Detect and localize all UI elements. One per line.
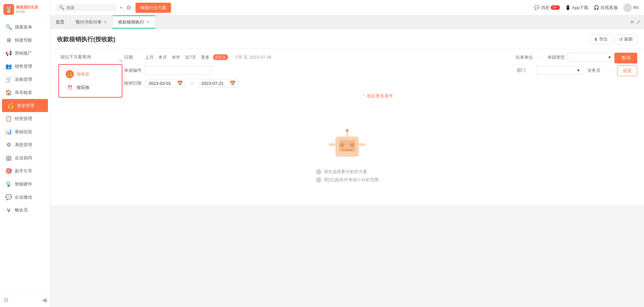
- sidebar-item-inventory[interactable]: 🏠 库存核算: [0, 86, 50, 99]
- receipt-option-label: 按收款: [76, 71, 90, 77]
- sidebar-item-member[interactable]: V 畅会员: [0, 204, 50, 216]
- svg-point-2: [340, 143, 344, 147]
- tab-home-label: 首页: [56, 19, 64, 25]
- tab-close-all-btn[interactable]: ✕: [630, 19, 634, 25]
- search-chevron-icon[interactable]: ▾: [120, 5, 122, 10]
- sidebar-item-operations[interactable]: 📋 经营管理: [0, 112, 50, 125]
- refresh-btn[interactable]: ↺ 刷新: [615, 34, 637, 44]
- verify-start-calendar-icon[interactable]: 📅: [177, 81, 183, 86]
- sidebar-item-basicinfo[interactable]: 📊 基础信息: [0, 125, 50, 138]
- filter-option-receipt[interactable]: 💰 按收款: [62, 67, 119, 81]
- sidebar-settings-icon[interactable]: ⚙: [3, 296, 9, 304]
- app-download-btn[interactable]: 📱 App下载: [565, 5, 588, 11]
- verify-end-calendar-icon[interactable]: 📅: [230, 81, 235, 86]
- filter-option-receivable[interactable]: ⏰ 按应收: [62, 81, 119, 94]
- search-icon: 🔍: [59, 5, 64, 10]
- refresh-label: 刷新: [624, 36, 633, 42]
- filter-form: 日期 上月 本月 本年 近7天 更多 自定义: [124, 49, 614, 90]
- sidebar-item-sales[interactable]: 👥 销售管理: [0, 60, 50, 73]
- sidebar-collapse-icon[interactable]: ◀: [42, 296, 47, 304]
- page-title: 收款核销执行(按收款): [57, 35, 115, 43]
- date-field: 日期 上月 本月 本年 近7天 更多 自定义: [124, 54, 228, 61]
- sidebar-item-search[interactable]: 🔍 搜索菜单: [0, 20, 50, 34]
- member-icon: V: [5, 207, 12, 213]
- docno-label: 单据编号: [124, 67, 142, 73]
- date-custom-badge[interactable]: 自定义: [213, 54, 228, 60]
- tabbar-actions: ✕ ⤢: [627, 15, 644, 29]
- tab-home[interactable]: 首页: [50, 15, 70, 29]
- user-avatar: [623, 3, 632, 12]
- date-unlimited-label: 不限: [235, 55, 242, 60]
- verify-start-value: 2023-03-01: [149, 81, 176, 86]
- receipt-option-icon: 💰: [66, 70, 74, 78]
- message-btn[interactable]: 💬 消息 99+: [534, 5, 560, 11]
- tab-receipt-close-icon[interactable]: ✕: [146, 20, 150, 24]
- settings-btn[interactable]: 设置: [617, 65, 637, 76]
- quicknav-icon: ⊞: [5, 37, 12, 43]
- sidebar-item-label: 搜索菜单: [15, 24, 32, 30]
- tab-prepay[interactable]: 预付冲应付单 ✕: [70, 15, 113, 29]
- docno-input[interactable]: [144, 66, 211, 75]
- sidebar-item-wechat[interactable]: 💬 企业微信: [0, 191, 50, 204]
- sidebar-item-system[interactable]: ⚙ 系统管理: [0, 138, 50, 151]
- sidebar-item-guide[interactable]: 🎯 新手引导: [0, 164, 50, 177]
- date-7days-btn[interactable]: 近7天: [184, 54, 198, 61]
- date-this-month-btn[interactable]: 本月: [157, 54, 168, 61]
- query-btn[interactable]: 查询: [614, 53, 637, 63]
- date-this-year-btn[interactable]: 本年: [170, 54, 182, 61]
- sidebar: 🐰 畅捷通好生意 标准版 🔍 搜索菜单 ⊞ 快捷导航 📢 营销推广 👥 销售管理…: [0, 0, 50, 307]
- dept-select[interactable]: ▾: [536, 66, 583, 75]
- logo-badge: 标准版: [16, 10, 38, 14]
- sidebar-item-hardware[interactable]: 📡 智能硬件: [0, 177, 50, 191]
- message-icon: 💬: [534, 5, 539, 10]
- tab-receipt-label: 收款核销执行: [118, 19, 144, 25]
- system-icon: ⚙: [5, 142, 12, 148]
- svg-rect-4: [341, 149, 353, 151]
- collapse-more-btn[interactable]: ⌃ 收起更多条件: [362, 93, 393, 99]
- tab-prepay-close-icon[interactable]: ✕: [104, 20, 107, 24]
- sidebar-item-purchase[interactable]: 🛒 采购管理: [0, 73, 50, 86]
- filter-sidebar: 按以下方案查询 » 💰 按收款 ⏰ 按应收: [57, 49, 124, 103]
- guide-icon: 🎯: [5, 168, 12, 174]
- empty-hint-2: 2 用[过滤]条件来缩小分析范围: [316, 177, 378, 183]
- enterprise-icon: 🏢: [5, 155, 12, 161]
- industry-btn[interactable]: 体验行业方案: [136, 3, 171, 13]
- date-more-btn[interactable]: 更多: [200, 54, 211, 61]
- counterpart-input[interactable]: ···: [536, 55, 543, 60]
- tab-receipt-verify[interactable]: 收款核销执行 ✕: [113, 15, 155, 29]
- docno-field: 单据编号: [124, 66, 211, 75]
- date-prev-month-btn[interactable]: 上月: [144, 54, 155, 61]
- sidebar-item-label: 智能硬件: [15, 181, 32, 187]
- hint-num-2: 2: [316, 177, 322, 183]
- page-content: 收款核销执行(按收款) ⬆ 导出 ↺ 刷新 按以下方: [50, 29, 644, 307]
- export-label: 导出: [599, 36, 608, 42]
- sidebar-item-enterprise[interactable]: 🏢 企业协同: [0, 151, 50, 164]
- user-info-btn[interactable]: Rit: [623, 3, 639, 12]
- filter-sidebar-collapse-icon[interactable]: »: [119, 57, 124, 64]
- hint-num-1: 1: [316, 169, 322, 175]
- search-input[interactable]: [66, 5, 100, 10]
- sidebar-item-quicknav[interactable]: ⊞ 快捷导航: [0, 34, 50, 47]
- online-service-btn[interactable]: 🎧 在线客服: [594, 5, 618, 11]
- verify-date-start-input[interactable]: 2023-03-01 📅: [146, 79, 186, 88]
- sidebar-item-label: 基础信息: [15, 129, 32, 135]
- tab-expand-btn[interactable]: ⤢: [636, 19, 641, 25]
- verify-date-end-input[interactable]: 2023-07-21 📅: [198, 79, 238, 88]
- salesperson-field: 业务员 ···: [587, 67, 614, 73]
- sidebar-item-funds[interactable]: 💰 资金管理: [2, 99, 48, 112]
- empty-state: 1 请先选择要分析的方案 2 用[过滤]条件来缩小分析范围: [50, 103, 644, 205]
- topbar-gear-icon[interactable]: ⚙: [126, 4, 131, 11]
- export-icon: ⬆: [594, 37, 598, 42]
- marketing-icon: 📢: [5, 50, 12, 56]
- sidebar-item-label: 系统管理: [15, 142, 32, 148]
- sidebar-item-label: 库存核算: [15, 90, 32, 96]
- salesperson-label: 业务员: [587, 67, 604, 73]
- sidebar-item-label: 企业微信: [15, 194, 32, 200]
- refresh-icon: ↺: [619, 37, 623, 42]
- export-btn[interactable]: ⬆ 导出: [590, 34, 612, 44]
- sidebar-item-marketing[interactable]: 📢 营销推广: [0, 47, 50, 60]
- doctype-select[interactable]: ▾: [568, 53, 614, 62]
- salesperson-input[interactable]: ···: [607, 68, 614, 73]
- search-menu-icon: 🔍: [5, 24, 12, 30]
- topbar-search-box[interactable]: 🔍: [56, 4, 116, 11]
